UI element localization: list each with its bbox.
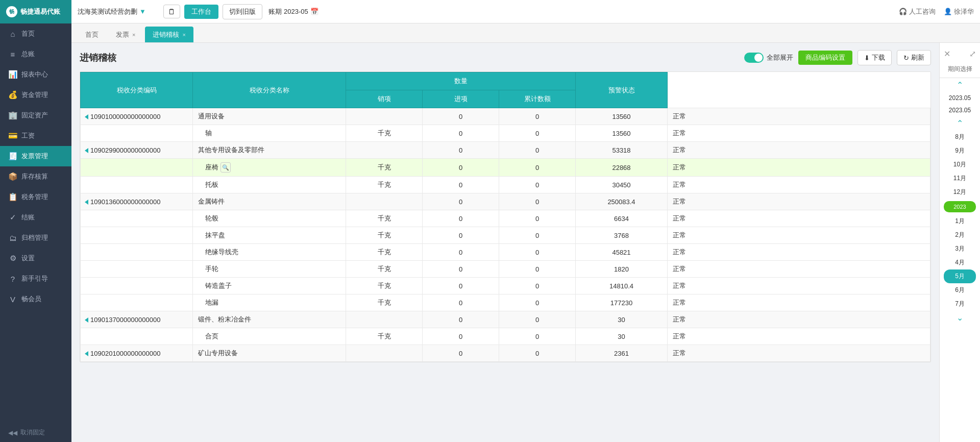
period-month-12月[interactable]: 12月 xyxy=(940,185,980,199)
cell-warning: 正常 xyxy=(668,311,930,328)
sidebar-label-6: 发票管理 xyxy=(21,152,48,161)
cell-total: 22868 xyxy=(576,159,668,177)
cancel-fixed-btn[interactable]: ◀◀ 取消固定 xyxy=(0,423,71,442)
cell-sale: 0 xyxy=(423,244,499,261)
cell-name: 托板 xyxy=(193,177,346,193)
sidebar-item-工资[interactable]: 💳工资 xyxy=(0,126,71,146)
cell-sale: 0 xyxy=(423,125,499,142)
th-purchase: 进项 xyxy=(423,90,499,108)
support-btn[interactable]: 🎧 人工咨询 xyxy=(899,7,936,16)
period-top-1[interactable]: 2023.05 xyxy=(940,104,980,116)
table-row[interactable]: 手轮 千克 0 0 1820 正常 xyxy=(81,261,930,278)
search-icon[interactable]: 🔍 xyxy=(220,162,231,173)
cell-purchase: 0 xyxy=(499,227,576,244)
sidebar-label-1: 总账 xyxy=(21,50,35,59)
tab-invoice[interactable]: 发票 × xyxy=(108,27,143,42)
cell-warning: 正常 xyxy=(668,125,930,142)
sidebar-item-结账[interactable]: ✓结账 xyxy=(0,207,71,228)
table-row[interactable]: 抹平盘 千克 0 0 3768 正常 xyxy=(81,227,930,244)
sidebar-item-设置[interactable]: ⚙设置 xyxy=(0,248,71,268)
sidebar-icon-12: ? xyxy=(8,275,17,283)
page-title: 进销稽核 xyxy=(80,52,116,64)
sidebar-item-新手引导[interactable]: ?新手引导 xyxy=(0,268,71,289)
table-row[interactable]: 轴 千克 0 0 13560 正常 xyxy=(81,125,930,142)
tab-home[interactable]: 首页 xyxy=(78,27,106,42)
main-area: 沈海英测试经营勿删 ▼ 🗒 工作台 切到旧版 账期 2023-05 📅 🎧 人工… xyxy=(71,0,980,442)
scroll-down-btn[interactable]: ⌄ xyxy=(940,311,980,325)
table-row[interactable]: 1090136000000000000 金属铸件 0 0 250083.4 正常 xyxy=(81,193,930,210)
period-month-9月[interactable]: 9月 xyxy=(940,144,980,158)
scroll-up2-btn[interactable]: ⌃ xyxy=(940,116,980,130)
period-month-6月[interactable]: 6月 xyxy=(940,283,980,297)
table-row[interactable]: 1090299000000000000 其他专用设备及零部件 0 0 53318… xyxy=(81,142,930,159)
table-row[interactable]: 座椅🔍 千克 0 0 22868 正常 xyxy=(81,159,930,177)
cell-purchase: 0 xyxy=(499,328,576,345)
sidebar-item-报表中心[interactable]: 📊报表中心 xyxy=(0,64,71,85)
cell-total: 1820 xyxy=(576,261,668,278)
period-month-8月[interactable]: 8月 xyxy=(940,130,980,144)
switch-version-btn[interactable]: 切到旧版 xyxy=(223,4,262,19)
panel-expand-btn[interactable]: ⤢ xyxy=(967,47,978,61)
archive-btn[interactable]: 🗒 xyxy=(163,5,180,18)
cell-code xyxy=(81,328,193,345)
sidebar-item-总账[interactable]: ≡总账 xyxy=(0,44,71,64)
sidebar-item-首页[interactable]: ⌂首页 xyxy=(0,23,71,44)
sidebar-item-库存核算[interactable]: 📦库存核算 xyxy=(0,166,71,187)
refresh-btn[interactable]: ↻ 刷新 xyxy=(897,50,931,65)
sidebar-item-税务管理[interactable]: 📋税务管理 xyxy=(0,187,71,207)
tab-reconcile-close[interactable]: × xyxy=(182,32,185,38)
period-month-2月[interactable]: 2月 xyxy=(940,228,980,242)
cell-unit-empty xyxy=(346,142,423,159)
cell-purchase: 0 xyxy=(499,294,576,311)
expand-toggle[interactable]: 全部展开 xyxy=(744,53,793,63)
period-month-7月[interactable]: 7月 xyxy=(940,297,980,311)
table-row[interactable]: 托板 千克 0 0 30450 正常 xyxy=(81,177,930,193)
scroll-up-btn[interactable]: ⌃ xyxy=(940,78,980,92)
user-btn[interactable]: 👤 徐泽华 xyxy=(944,7,974,16)
cell-unit: 千克 xyxy=(346,227,423,244)
workbench-btn[interactable]: 工作台 xyxy=(184,5,218,19)
table-row[interactable]: 铸造盖子 千克 0 0 14810.4 正常 xyxy=(81,278,930,294)
cell-name: 其他专用设备及零部件 xyxy=(193,142,346,159)
sidebar-item-资金管理[interactable]: 💰资金管理 xyxy=(0,85,71,105)
sidebar-label-11: 设置 xyxy=(21,254,35,263)
period-month-3月[interactable]: 3月 xyxy=(940,242,980,256)
company-selector[interactable]: 沈海英测试经营勿删 ▼ xyxy=(78,7,159,16)
period-month-10月[interactable]: 10月 xyxy=(940,158,980,171)
table-row[interactable]: 合页 千克 0 0 30 正常 xyxy=(81,328,930,345)
sidebar-item-发票管理[interactable]: 🧾发票管理 xyxy=(0,146,71,166)
sidebar-item-归档管理[interactable]: 🗂归档管理 xyxy=(0,228,71,248)
cell-name: 座椅🔍 xyxy=(193,159,346,177)
toggle-track[interactable] xyxy=(744,53,764,63)
period-month-4月[interactable]: 4月 xyxy=(940,256,980,269)
cell-purchase: 0 xyxy=(499,159,576,177)
tab-invoice-close[interactable]: × xyxy=(132,32,135,38)
goods-code-btn[interactable]: 商品编码设置 xyxy=(798,51,852,65)
panel-close-btn[interactable]: ✕ xyxy=(942,47,952,61)
topbar: 沈海英测试经营勿删 ▼ 🗒 工作台 切到旧版 账期 2023-05 📅 🎧 人工… xyxy=(71,0,980,23)
calendar-icon[interactable]: 📅 xyxy=(310,8,318,15)
cell-code xyxy=(81,294,193,311)
table-row[interactable]: 轮毂 千克 0 0 6634 正常 xyxy=(81,210,930,227)
period-label: 账期 2023-05 📅 xyxy=(268,7,318,16)
period-top-0[interactable]: 2023.05 xyxy=(940,92,980,104)
company-dropdown-icon[interactable]: ▼ xyxy=(139,8,146,15)
expand-all-label: 全部展开 xyxy=(767,53,793,62)
table-row[interactable]: 绝缘导线壳 千克 0 0 45821 正常 xyxy=(81,244,930,261)
tab-reconcile[interactable]: 进销稽核 × xyxy=(145,27,193,42)
sidebar-icon-9: ✓ xyxy=(8,213,17,222)
cell-name: 合页 xyxy=(193,328,346,345)
cell-code: 1090100000000000000 xyxy=(81,108,193,125)
sidebar-item-固定资产[interactable]: 🏢固定资产 xyxy=(0,105,71,126)
period-month-11月[interactable]: 11月 xyxy=(940,171,980,185)
toggle-thumb xyxy=(754,54,763,62)
download-btn[interactable]: ⬇ 下载 xyxy=(857,50,892,65)
table-row[interactable]: 1090137000000000000 锻件、粉末冶金件 0 0 30 正常 xyxy=(81,311,930,328)
period-month-1月[interactable]: 1月 xyxy=(940,214,980,228)
table-row[interactable]: 1090201000000000000 矿山专用设备 0 0 2361 正常 xyxy=(81,345,930,362)
period-month-5月[interactable]: 5月 xyxy=(944,269,976,283)
sidebar-item-畅会员[interactable]: V畅会员 xyxy=(0,289,71,309)
sidebar-icon-13: V xyxy=(8,295,17,304)
table-row[interactable]: 地漏 千克 0 0 177230 正常 xyxy=(81,294,930,311)
table-row[interactable]: 1090100000000000000 通用设备 0 0 13560 正常 xyxy=(81,108,930,125)
